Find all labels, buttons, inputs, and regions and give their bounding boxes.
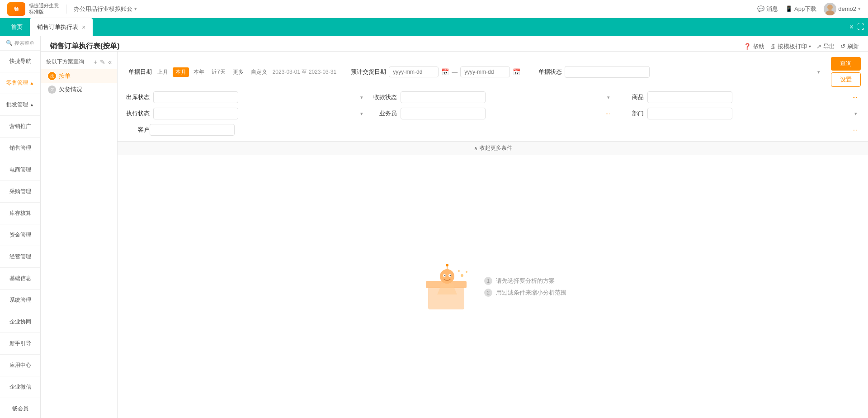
app-download-button[interactable]: 📱 App下载 (785, 5, 816, 13)
refresh-icon: ↺ (840, 43, 845, 50)
tab-bar: 首页 销售订单执行表 × × ⛶ (0, 18, 868, 36)
filter-exec: 执行状态 ▾ (125, 108, 367, 119)
refresh-button[interactable]: ↺ 刷新 (840, 43, 859, 51)
sidebar-search[interactable]: 🔍 搜索菜单 (0, 36, 40, 51)
date-tab-last-month[interactable]: 上月 (155, 67, 171, 77)
dropdown-icon: ▾ (809, 44, 811, 49)
empty-text-1: 1 请先选择要分析的方案 (484, 277, 566, 285)
collection-label: 收款状态 (372, 93, 397, 101)
out-stock-wrapper: ▾ (153, 91, 367, 103)
collection-arrow: ▾ (607, 95, 610, 100)
expected-delivery-start[interactable] (389, 66, 439, 77)
calendar-end-icon[interactable]: 📅 (513, 68, 520, 76)
exec-wrapper: ▾ (153, 108, 367, 119)
date-tab-more[interactable]: 更多 (230, 67, 246, 77)
sidebar-item-finance[interactable]: 资金管理 (0, 224, 40, 246)
svg-point-5 (458, 270, 460, 272)
help-button[interactable]: ❓ 帮助 (744, 43, 764, 51)
date-tab-this-month[interactable]: 本月 (173, 67, 189, 77)
date-tabs: 上月 本月 本年 近7天 更多 自定义 (155, 67, 270, 77)
exec-arrow: ▾ (360, 111, 363, 117)
scheme-item-by-order[interactable]: 按 按单 (41, 69, 117, 83)
export-button[interactable]: ↗ 导出 (816, 43, 835, 51)
status-select-wrapper: ▾ (565, 66, 824, 78)
sidebar-item-member[interactable]: 畅会员 (0, 398, 40, 418)
empty-num-2: 2 (484, 289, 492, 297)
top-navigation: 畅 畅捷通好生意 标准版 办公用品行业模拟账套 ▾ 💬 消息 📱 App下载 d… (0, 0, 868, 18)
sidebar-item-basic[interactable]: 基础信息 (0, 268, 40, 290)
svg-point-4 (461, 274, 463, 277)
sidebar-item-purchase[interactable]: 采购管理 (0, 181, 40, 203)
top-nav-right: 💬 消息 📱 App下载 demo2 ▾ (757, 3, 861, 15)
date-tab-custom[interactable]: 自定义 (248, 67, 270, 77)
export-icon: ↗ (816, 43, 821, 50)
sidebar-item-quicknav[interactable]: 快捷导航 (0, 51, 40, 72)
filter-expected-delivery: 预计交货日期 📅 — 📅 (351, 66, 520, 77)
collapse-icon: ∧ (474, 145, 478, 152)
calendar-start-icon[interactable]: 📅 (441, 68, 449, 76)
sidebar-item-system[interactable]: 系统管理 (0, 290, 40, 311)
sidebar-item-newbie[interactable]: 新手引导 (0, 333, 40, 355)
tab-close-icon[interactable]: × (82, 24, 85, 31)
sidebar-item-appstore[interactable]: 应用中心 (0, 355, 40, 376)
left-panel-header-actions: + ✎ « (94, 58, 112, 66)
exec-input[interactable] (153, 108, 238, 119)
query-button[interactable]: 查询 (831, 57, 861, 71)
collapse-panel-button[interactable]: « (108, 58, 112, 66)
dept-label: 部门 (619, 109, 644, 118)
message-icon: 💬 (757, 5, 764, 12)
message-button[interactable]: 💬 消息 (757, 5, 778, 13)
svg-point-7 (440, 269, 454, 284)
sidebar-item-corpwechat[interactable]: 企业微信 (0, 376, 40, 398)
product-input[interactable] (647, 91, 732, 103)
user-dropdown-icon: ▾ (858, 6, 861, 12)
collection-input[interactable] (401, 91, 486, 103)
product-dots-icon: ··· (853, 94, 857, 100)
sidebar-item-enterprise[interactable]: 企业协同 (0, 311, 40, 333)
sidebar-item-retail[interactable]: 零售管理 ▲ (0, 72, 40, 94)
svg-point-6 (466, 271, 467, 273)
filter-row-1: 单据日期 上月 本月 本年 近7天 更多 自定义 2023-03-01 至 20… (125, 57, 861, 87)
filter-row-3: 执行状态 ▾ 业务员 ··· (125, 108, 861, 119)
settings-button[interactable]: 设置 (831, 72, 861, 87)
sidebar-item-sales[interactable]: 销售管理 (0, 138, 40, 159)
out-stock-input[interactable] (153, 91, 238, 103)
status-label: 单据状态 (535, 68, 562, 76)
empty-texts: 1 请先选择要分析的方案 2 用过滤条件来缩小分析范围 (484, 277, 566, 297)
window-expand-button[interactable]: ⛶ (857, 23, 864, 31)
right-content: 单据日期 上月 本月 本年 近7天 更多 自定义 2023-03-01 至 20… (118, 52, 868, 418)
date-label: 单据日期 (125, 68, 152, 76)
sidebar-item-wholesale[interactable]: 批发管理 ▲ (0, 94, 40, 116)
collapse-bar[interactable]: ∧ 收起更多条件 (118, 142, 868, 155)
status-input[interactable] (565, 66, 650, 78)
sidebar-item-stock[interactable]: 库存核算 (0, 203, 40, 224)
page-title: 销售订单执行表(按单) (50, 42, 120, 51)
salesperson-dots-icon: ··· (605, 110, 610, 117)
date-tab-7days[interactable]: 近7天 (209, 67, 228, 77)
salesperson-input[interactable] (401, 108, 486, 119)
user-menu[interactable]: demo2 ▾ (824, 3, 861, 15)
tab-home[interactable]: 首页 (4, 18, 30, 36)
edit-scheme-button[interactable]: ✎ (100, 58, 105, 66)
tab-sales-execution[interactable]: 销售订单执行表 × (30, 18, 93, 36)
sidebar: 🔍 搜索菜单 快捷导航 零售管理 ▲ 批发管理 ▲ 营销推广 销售管理 电商管理… (0, 36, 41, 418)
scheme-item-shortage[interactable]: 欠 欠货情况 (41, 83, 117, 96)
customer-dots-icon: ··· (853, 127, 857, 133)
template-print-button[interactable]: 🖨 按模板打印 ▾ (770, 43, 811, 51)
breadcrumb[interactable]: 办公用品行业模拟账套 ▾ (74, 5, 137, 13)
sidebar-item-operation[interactable]: 经营管理 (0, 246, 40, 268)
empty-svg (419, 262, 473, 312)
window-close-button[interactable]: × (849, 23, 854, 31)
sidebar-item-marketing[interactable]: 营销推广 (0, 116, 40, 138)
content-body: 按以下方案查询 + ✎ « 按 按单 欠 (41, 52, 868, 418)
filter-area: 单据日期 上月 本月 本年 近7天 更多 自定义 2023-03-01 至 20… (118, 52, 868, 142)
empty-text-2: 2 用过滤条件来缩小分析范围 (484, 289, 566, 297)
dept-input[interactable] (647, 108, 732, 119)
sidebar-item-ecommerce[interactable]: 电商管理 (0, 159, 40, 181)
out-stock-label: 出库状态 (125, 93, 150, 101)
date-tab-this-year[interactable]: 本年 (191, 67, 207, 77)
expected-delivery-end[interactable] (460, 66, 510, 77)
add-scheme-button[interactable]: + (94, 58, 97, 66)
out-stock-arrow: ▾ (360, 95, 363, 100)
customer-input[interactable] (150, 124, 235, 136)
